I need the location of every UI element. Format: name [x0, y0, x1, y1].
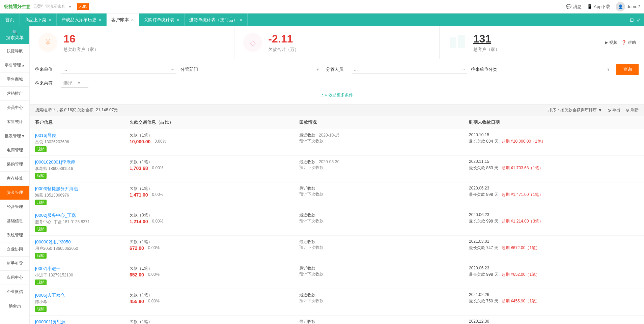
stat-info-customers: 16 总欠款客户（家）	[63, 33, 99, 53]
from-unit-label: 往来单位	[35, 66, 59, 72]
ellipsis-icon: ···	[171, 67, 174, 72]
tab-home[interactable]: 首页	[0, 13, 20, 26]
overdue-date: 2021.03.01	[469, 239, 639, 244]
customer-name-link[interactable]: [0006]去下粮仓	[35, 292, 130, 298]
tab-close-purchase-order[interactable]: ✕	[176, 18, 179, 22]
col-header-due: 到期未收款日期	[469, 119, 639, 125]
tab-close-produce-history[interactable]: ✕	[99, 18, 102, 22]
sidebar-item-retail-mall[interactable]: 零售商城	[0, 72, 29, 87]
customer-name-link[interactable]: [0016]吕俊	[35, 132, 130, 139]
customer-name-link[interactable]: [0007]小进干	[35, 266, 130, 272]
sidebar-item-ecommerce[interactable]: 电商管理	[0, 143, 29, 157]
sidebar-item-basic-info[interactable]: 基础信息	[0, 214, 29, 228]
sidebar-item-batch-mgmt[interactable]: 批发管理 ▼	[0, 129, 29, 143]
stat-info-debt: -2.11 欠款合计（万）	[268, 33, 299, 53]
debt-amount: 455.90	[130, 299, 144, 304]
overdue-date: 2020.06.23	[469, 212, 639, 217]
customer-name-link[interactable]: [000001]黄思源	[35, 319, 130, 324]
message-btn[interactable]: 💬 消息	[566, 4, 582, 10]
tab-close-incoming-stats[interactable]: ✕	[240, 18, 243, 22]
video-btn[interactable]: ▶ 视频	[605, 40, 617, 46]
overdue-link[interactable]: 超期 ¥1,703.68（1笔）	[502, 166, 543, 170]
from-unit-input[interactable]: ···	[61, 65, 176, 73]
help-btn[interactable]: ❓ 帮助	[621, 40, 636, 46]
tab-close-product-off[interactable]: ✕	[49, 18, 52, 22]
debt-cell: 欠款（1笔） 652.00 0.00%	[130, 266, 299, 277]
overdue-days: 最长欠款 747 天 超期 ¥672.00（1笔）	[469, 245, 639, 251]
customer-name-link[interactable]: [0001020001]李老师	[35, 159, 130, 165]
tab-close-customer-account[interactable]: ✕	[131, 18, 134, 22]
stat-label-debt: 欠款合计（万）	[268, 47, 299, 53]
tab-customer-account[interactable]: 客户账本 ✕	[107, 13, 139, 26]
sidebar-item-retail-mgmt[interactable]: 零售管理 ▲	[0, 58, 29, 72]
sidebar-item-app-center[interactable]: 应用中心	[0, 271, 29, 285]
tab-product-off[interactable]: 商品上下架 ✕	[20, 13, 57, 26]
overdue-link[interactable]: 超期 ¥10,000.00（1笔）	[502, 139, 545, 144]
tab-produce-history[interactable]: 产成品入库单历史 ✕	[57, 13, 107, 26]
sidebar-item-retail-stats[interactable]: 零售统计	[0, 115, 29, 129]
svg-rect-4	[450, 37, 456, 48]
sidebar-item-capital[interactable]: 资金管理	[0, 186, 29, 200]
maximize-btn[interactable]: ⤢	[637, 17, 641, 23]
overdue-cell: 2020.06.23 最长欠款 998 天 超期 ¥1,471.00（1笔）	[469, 186, 639, 198]
stat-card-customers: ¥ 16 总欠款客户（家）	[30, 26, 234, 59]
payback-cell: 最近收款 预计下次收款	[299, 186, 469, 197]
customer-name-link[interactable]: [0003]畅捷服务尹海燕	[35, 186, 130, 192]
tab-purchase-order[interactable]: 采购订单统计表 ✕	[139, 13, 185, 26]
sidebar-item-enterprise[interactable]: 企业协同	[0, 242, 29, 257]
overdue-cell: 2021.03.01 最长欠款 747 天 超期 ¥672.00（1笔）	[469, 239, 639, 251]
debt-cell: 欠款（1笔） 1,703.68 0.00%	[130, 159, 299, 171]
from-unit-text[interactable]	[63, 67, 171, 72]
dept-select[interactable]: ▼	[207, 66, 322, 73]
debt-row: 欠款（1笔）	[130, 239, 299, 245]
sidebar-item-sys[interactable]: 系统管理	[0, 228, 29, 242]
app-download-btn[interactable]: 📱 App下载	[587, 4, 610, 10]
debt-amount: 1,214.00	[130, 219, 148, 224]
tab-incoming-stats[interactable]: 进货单统计表（按商品） ✕	[185, 13, 248, 26]
results-summary: 搜索结果中，客户16家 欠款金额 -21,148.07元	[35, 107, 118, 113]
unit-classify-label: 往来单位分类	[471, 66, 497, 72]
collapse-btn[interactable]: ∧∧ 收起更多条件	[35, 91, 639, 99]
sidebar-item-ops[interactable]: 经营管理	[0, 200, 29, 214]
table-body: [0016]吕俊 吕俊 13026203696 现销 欠款（1笔） 10,000…	[30, 129, 644, 324]
sidebar-search[interactable]: 🔍 搜索菜单	[0, 26, 29, 44]
sidebar-item-inventory[interactable]: 库存核算	[0, 172, 29, 186]
overdue-date: 2021.02.26	[469, 292, 639, 297]
debt-amount: 1,471.00	[130, 192, 148, 198]
sidebar-item-enterprise-wx[interactable]: 企业微信	[0, 285, 29, 299]
balance-select[interactable]: 选择... ▼	[61, 79, 88, 88]
search-button[interactable]: 查询	[616, 64, 639, 75]
svg-text:¥: ¥	[45, 37, 51, 47]
overdue-link[interactable]: 超期 ¥1,471.00（1笔）	[502, 192, 543, 197]
overdue-cell: 2020.12.30 最长欠款 808 天 超期 ¥429.00（1笔）	[469, 319, 639, 324]
dropdown-icon[interactable]: ▼	[68, 5, 72, 9]
overdue-link[interactable]: 超期 ¥652.00（1笔）	[502, 272, 540, 277]
overdue-link[interactable]: 超期 ¥1,214.00（3笔）	[502, 219, 543, 224]
debt-amount-row: 1,471.00 0.00%	[130, 192, 299, 198]
sort-control[interactable]: 排序：按欠款金额倒序排序 ▼	[548, 107, 602, 113]
sidebar-item-purchase[interactable]: 采购管理	[0, 157, 29, 172]
payback-next: 预计下次收款	[299, 138, 469, 144]
customer-sub: 服务中心_丁磊 181 0125 8371	[35, 219, 130, 225]
restore-btn[interactable]: ⊡	[630, 17, 634, 23]
customer-name-link[interactable]: [000002]用户2050	[35, 239, 130, 245]
sidebar-item-vip[interactable]: 畅会员	[0, 299, 29, 313]
debt-row: 欠款（1笔）	[130, 159, 299, 165]
unit-classify-select[interactable]: ▼	[500, 66, 612, 73]
overdue-link[interactable]: 超期 ¥672.00（1笔）	[502, 245, 540, 250]
overdue-date: 2020.12.30	[469, 319, 639, 324]
debt-pct: 0.00%	[152, 219, 164, 224]
debt-amount-row: 455.90 0.00%	[130, 298, 299, 304]
person-input[interactable]: ···	[352, 65, 467, 73]
customer-name-link[interactable]: [0002]服务中心_丁磊	[35, 212, 130, 218]
export-btn[interactable]: ⊙ 导出	[608, 107, 620, 113]
refresh-btn[interactable]: ⊙ 刷新	[626, 107, 639, 113]
sidebar-item-marketing[interactable]: 营销推广	[0, 87, 29, 101]
person-text[interactable]	[354, 67, 461, 72]
sidebar-item-quick-nav[interactable]: 快捷导航	[0, 44, 29, 58]
overdue-link[interactable]: 超期 ¥455.90（1笔）	[502, 299, 540, 303]
breadcrumb-indicator: 示能	[77, 3, 89, 10]
sidebar-item-beginner[interactable]: 新手引导	[0, 257, 29, 271]
sidebar-item-member[interactable]: 会员中心	[0, 101, 29, 115]
user-avatar[interactable]: 👤 demo2	[616, 2, 640, 11]
